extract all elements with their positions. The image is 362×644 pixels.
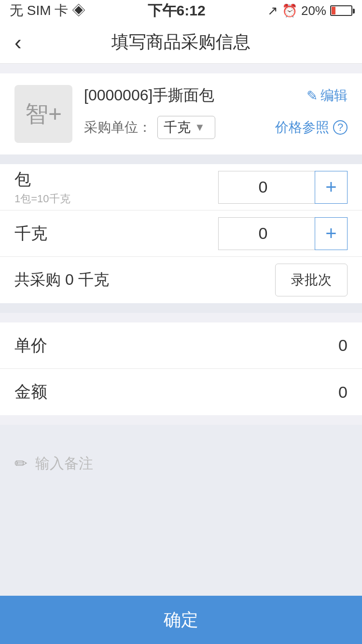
dropdown-arrow-icon: ▼ xyxy=(195,121,205,134)
section-divider-2 xyxy=(0,303,362,313)
bao-label: 包 xyxy=(14,168,72,191)
product-name: [0000006]手撕面包 xyxy=(84,85,214,106)
sim-status: 无 SIM 卡 ◈ xyxy=(10,1,85,20)
kg-plus-button[interactable]: + xyxy=(315,217,348,250)
summary-text: 共采购 0 千克 xyxy=(14,269,109,291)
battery-text: 20% xyxy=(301,3,326,18)
bao-plus-button[interactable]: + xyxy=(315,171,348,204)
status-bar: 无 SIM 卡 ◈ 下午6:12 ↗ ⏰ 20% xyxy=(0,0,362,21)
section-divider-1 xyxy=(0,154,362,164)
page-title: 填写商品采购信息 xyxy=(111,30,251,54)
product-logo: 智+ xyxy=(25,98,62,129)
edit-label: 编辑 xyxy=(320,86,348,105)
summary-row: 共采购 0 千克 录批次 xyxy=(0,257,362,303)
kg-input[interactable] xyxy=(218,217,315,250)
bao-label-group: 包 1包=10千克 xyxy=(14,168,72,206)
notes-section[interactable]: ✏ 输入备注 xyxy=(0,425,362,502)
unit-value: 千克 xyxy=(164,118,191,137)
amount-label: 金额 xyxy=(14,381,47,403)
bao-input[interactable] xyxy=(218,171,315,204)
bao-row: 包 1包=10千克 + xyxy=(0,164,362,210)
help-icon: ? xyxy=(333,120,348,135)
status-right: ↗ ⏰ 20% xyxy=(267,3,352,18)
price-section: 单价 0 金额 0 xyxy=(0,322,362,415)
notes-placeholder: 输入备注 xyxy=(35,454,93,474)
spacer xyxy=(0,502,362,599)
alarm-icon: ⏰ xyxy=(282,3,297,18)
unit-price-value: 0 xyxy=(338,336,348,355)
nav-bar: ‹ 填写商品采购信息 xyxy=(0,21,362,64)
input-section: 包 1包=10千克 + 千克 + xyxy=(0,164,362,257)
battery-icon xyxy=(330,5,352,16)
unit-prefix: 采购单位： xyxy=(84,118,152,137)
status-time: 下午6:12 xyxy=(148,1,206,21)
amount-row: 金额 0 xyxy=(0,369,362,415)
kg-label: 千克 xyxy=(14,223,72,245)
kg-label-group: 千克 xyxy=(14,223,72,245)
product-name-row: [0000006]手撕面包 ✎ 编辑 xyxy=(84,85,348,106)
pencil-icon: ✏ xyxy=(14,454,28,473)
back-button[interactable]: ‹ xyxy=(14,30,31,55)
bao-sub-label: 1包=10千克 xyxy=(14,192,72,206)
price-ref-label: 价格参照 xyxy=(275,118,329,137)
record-batch-button[interactable]: 录批次 xyxy=(275,264,348,296)
bao-input-control: + xyxy=(218,171,348,204)
edit-button[interactable]: ✎ 编辑 xyxy=(306,86,348,105)
unit-row: 采购单位： 千克 ▼ 价格参照 ? xyxy=(84,116,348,139)
amount-value: 0 xyxy=(338,383,348,402)
kg-input-control: + xyxy=(218,217,348,250)
price-ref-button[interactable]: 价格参照 ? xyxy=(275,118,348,137)
unit-price-row: 单价 0 xyxy=(0,322,362,369)
product-image: 智+ xyxy=(14,85,72,143)
location-icon: ↗ xyxy=(267,3,278,18)
confirm-button[interactable]: 确定 xyxy=(0,596,362,644)
kg-row: 千克 + xyxy=(0,210,362,257)
unit-price-label: 单价 xyxy=(14,335,47,357)
unit-select[interactable]: 千克 ▼ xyxy=(157,116,215,139)
product-section: 智+ [0000006]手撕面包 ✎ 编辑 采购单位： 千克 ▼ xyxy=(0,73,362,154)
edit-icon: ✎ xyxy=(306,88,318,104)
status-left: 无 SIM 卡 ◈ xyxy=(10,1,85,20)
product-info: [0000006]手撕面包 ✎ 编辑 采购单位： 千克 ▼ 价格参照 ? xyxy=(84,85,348,139)
